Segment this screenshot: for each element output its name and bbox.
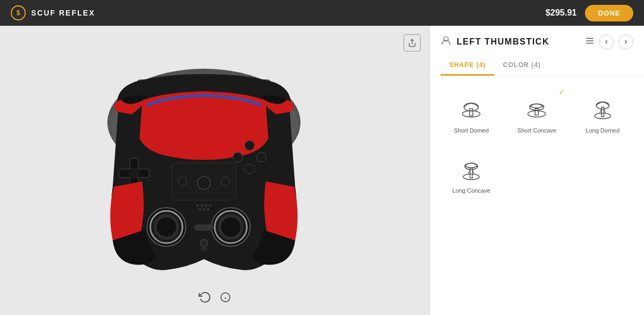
menu-button[interactable] <box>585 36 595 48</box>
controller-svg <box>54 42 354 289</box>
info-icon[interactable] <box>220 292 231 305</box>
svg-point-23 <box>233 152 243 162</box>
bottom-toolbar <box>199 291 231 306</box>
svg-point-48 <box>464 103 479 111</box>
svg-point-35 <box>178 177 187 186</box>
svg-point-9 <box>129 168 140 179</box>
shape-label: Short Domed <box>454 127 489 134</box>
shape-options-grid: ✓ Short Domed ✓ <box>430 76 644 209</box>
rotate-icon[interactable] <box>199 291 211 306</box>
navigation-controls <box>585 34 633 49</box>
share-icon <box>408 39 416 47</box>
svg-point-33 <box>201 240 207 246</box>
thumbstick-icon <box>441 35 451 49</box>
svg-point-24 <box>196 204 199 207</box>
price-display: $295.91 <box>546 8 577 18</box>
tab-shape[interactable]: SHAPE (4) <box>441 56 494 76</box>
main-content: LEFT THUMBSTICK <box>0 26 644 315</box>
shape-label: Long Concave <box>452 187 491 194</box>
header-actions: $295.91 DONE <box>546 5 633 21</box>
svg-point-28 <box>199 208 201 210</box>
svg-point-27 <box>209 204 212 207</box>
brand-title: SCUF REFLEX <box>31 9 95 17</box>
svg-point-21 <box>257 152 266 162</box>
long-domed-icon <box>587 92 619 124</box>
svg-point-20 <box>245 141 254 150</box>
panel-header: LEFT THUMBSTICK <box>430 26 644 76</box>
svg-point-38 <box>201 245 207 252</box>
section-title: LEFT THUMBSTICK <box>457 37 550 47</box>
svg-point-25 <box>201 204 203 207</box>
share-button[interactable] <box>404 34 421 52</box>
prev-button[interactable] <box>599 34 614 49</box>
tab-color[interactable]: COLOR (4) <box>494 56 549 76</box>
panel-header-top: LEFT THUMBSTICK <box>441 34 633 49</box>
svg-rect-34 <box>194 224 214 231</box>
option-tabs: SHAPE (4) COLOR (4) <box>441 56 633 76</box>
app-header: $ SCUF REFLEX $295.91 DONE <box>0 0 644 26</box>
panel-title-area: LEFT THUMBSTICK <box>441 35 550 49</box>
shape-option-long-domed[interactable]: ✓ Long Domed <box>572 85 633 141</box>
shape-label: Short Concave <box>517 127 557 134</box>
svg-point-55 <box>463 174 479 180</box>
done-button[interactable]: DONE <box>585 5 633 21</box>
svg-point-49 <box>528 111 546 117</box>
controller-illustration <box>54 42 376 299</box>
svg-point-29 <box>203 208 206 210</box>
short-concave-icon <box>521 92 553 124</box>
shape-option-long-concave[interactable]: ✓ Long Concave <box>441 145 502 201</box>
svg-rect-47 <box>470 109 473 116</box>
shape-option-short-concave[interactable]: ✓ Short Concave <box>506 85 567 141</box>
selected-checkmark: ✓ <box>559 87 565 96</box>
svg-point-13 <box>157 217 176 237</box>
shape-label: Long Domed <box>586 127 619 134</box>
svg-rect-50 <box>535 109 538 115</box>
shape-option-short-domed[interactable]: ✓ Short Domed <box>441 85 502 141</box>
next-button[interactable] <box>618 34 633 49</box>
customization-panel: LEFT THUMBSTICK <box>429 26 644 315</box>
brand-logo-icon: $ <box>11 5 26 20</box>
brand-area: $ SCUF REFLEX <box>11 5 95 20</box>
long-concave-icon <box>455 152 487 184</box>
svg-point-30 <box>207 208 210 210</box>
svg-rect-53 <box>602 107 604 117</box>
svg-point-36 <box>221 177 230 186</box>
svg-point-37 <box>197 177 210 189</box>
short-domed-icon <box>455 92 487 124</box>
svg-point-22 <box>245 164 254 174</box>
svg-point-52 <box>595 113 611 119</box>
controller-preview-panel <box>0 26 429 315</box>
svg-point-26 <box>205 204 208 207</box>
svg-point-54 <box>596 102 609 109</box>
svg-point-18 <box>221 217 240 237</box>
